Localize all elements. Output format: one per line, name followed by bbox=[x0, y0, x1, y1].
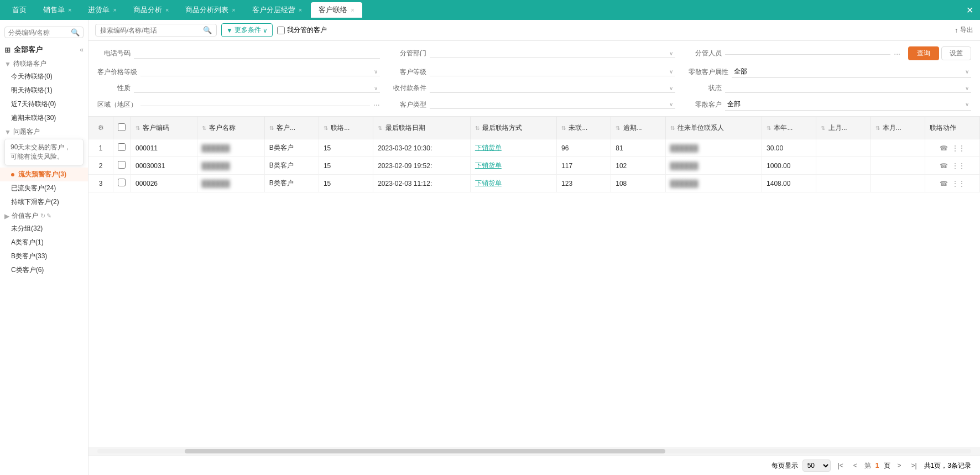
filter-manager-dots[interactable]: ··· bbox=[894, 49, 900, 58]
sort-uncontacted-icon: ⇅ bbox=[561, 125, 566, 131]
window-close-button[interactable]: ✕ bbox=[964, 3, 976, 18]
prev-page-button[interactable]: < bbox=[851, 460, 860, 471]
row-checkbox-2[interactable] bbox=[113, 175, 131, 192]
first-page-button[interactable]: |< bbox=[835, 460, 846, 471]
query-button[interactable]: 查询 bbox=[908, 46, 939, 60]
th-code[interactable]: ⇅ 客户编码 bbox=[131, 117, 197, 139]
th-current-year[interactable]: ⇅ 本年... bbox=[762, 117, 816, 139]
sidebar-item-a-class[interactable]: A类客户(1) bbox=[0, 236, 88, 249]
tab-purchase[interactable]: 进货单 × bbox=[80, 2, 124, 18]
row-checkbox-1[interactable] bbox=[113, 157, 131, 175]
filter-region-dots[interactable]: ··· bbox=[373, 100, 380, 109]
sidebar-item-c-class[interactable]: C类客户(6) bbox=[0, 263, 88, 277]
row-last-method-1[interactable]: 下销货单 bbox=[470, 157, 556, 175]
sidebar-item-churn-warning[interactable]: 流失预警客户(3) bbox=[0, 168, 88, 181]
row-person-2: ██████ bbox=[665, 175, 762, 192]
sidebar-collapse-btn[interactable]: « bbox=[80, 46, 84, 54]
sidebar-item-overdue-pending[interactable]: 逾期未联络(30) bbox=[0, 111, 88, 125]
th-last-month[interactable]: ⇅ 上月... bbox=[816, 117, 870, 139]
row-last-method-2[interactable]: 下销货单 bbox=[470, 175, 556, 192]
contact-icon-1[interactable]: ☎ bbox=[940, 162, 948, 170]
filter-phone-input[interactable] bbox=[134, 48, 380, 59]
filter-status-select[interactable]: ∨ bbox=[725, 84, 971, 93]
row-lmonth-1 bbox=[816, 157, 870, 175]
tab-sales[interactable]: 销售单 × bbox=[35, 2, 79, 18]
filter-nature-label: 性质 bbox=[97, 83, 131, 93]
tab-home[interactable]: 首页 bbox=[4, 2, 34, 18]
filter-retail-attr-select[interactable]: 全部∨ bbox=[732, 66, 971, 78]
th-overdue[interactable]: ⇅ 逾期... bbox=[611, 117, 665, 139]
th-contact-count[interactable]: ⇅ 联络... bbox=[319, 117, 373, 139]
filter-button[interactable]: ▼ 更多条件 ∨ bbox=[221, 23, 273, 37]
per-page-select[interactable]: 50 100 bbox=[802, 460, 831, 472]
filter-dept-select[interactable]: ∨ bbox=[430, 49, 676, 58]
filter-payment-select[interactable]: ∨ bbox=[430, 84, 676, 93]
my-customers-checkbox-label[interactable]: 我分管的客户 bbox=[277, 25, 327, 35]
filter-customer-type-select[interactable]: ∨ bbox=[430, 100, 676, 109]
edit-icon[interactable]: ✎ bbox=[46, 212, 51, 220]
tab-customer-segment[interactable]: 客户分层经营 × bbox=[244, 2, 310, 18]
contact-icon-2[interactable]: ☎ bbox=[940, 180, 948, 187]
sidebar-group-pending[interactable]: ▼ 待联络客户 bbox=[0, 57, 88, 70]
sidebar-item-tomorrow-pending[interactable]: 明天待联络(1) bbox=[0, 83, 88, 97]
th-last-contact-method[interactable]: ⇅ 最后联络方式 bbox=[470, 117, 556, 139]
toolbar-search-icon[interactable]: 🔍 bbox=[203, 26, 212, 34]
th-type[interactable]: ⇅ 客户... bbox=[264, 117, 319, 139]
th-uncontacted[interactable]: ⇅ 未联... bbox=[557, 117, 611, 139]
th-name[interactable]: ⇅ 客户名称 bbox=[197, 117, 264, 139]
last-page-button[interactable]: >| bbox=[909, 460, 920, 471]
sidebar-group-value[interactable]: ▶ 价值客户 ↻ ✎ bbox=[0, 209, 88, 222]
my-customers-checkbox[interactable] bbox=[277, 27, 285, 34]
row-action-2[interactable]: ☎ ⋮⋮ bbox=[925, 175, 979, 192]
sidebar-all-customers[interactable]: ⊞ 全部客户 « bbox=[0, 43, 88, 57]
tab-close-product-analysis[interactable]: × bbox=[165, 7, 169, 13]
row-action-0[interactable]: ☎ ⋮⋮ bbox=[925, 139, 979, 157]
sidebar-item-declining[interactable]: 持续下滑客户(2) bbox=[0, 195, 88, 209]
row-contact-count-0: 15 bbox=[319, 139, 373, 157]
tab-product-analysis-list[interactable]: 商品分析列表 × bbox=[178, 2, 243, 18]
row-uncontacted-0: 96 bbox=[557, 139, 611, 157]
row-last-method-0[interactable]: 下销货单 bbox=[470, 139, 556, 157]
sidebar-item-ungraded[interactable]: 未分组(32) bbox=[0, 222, 88, 236]
refresh-icon[interactable]: ↻ bbox=[40, 212, 45, 220]
more-icon-0[interactable]: ⋮⋮ bbox=[952, 144, 965, 152]
tab-customer-contact[interactable]: 客户联络 × bbox=[311, 2, 362, 18]
sidebar-group-problem[interactable]: ▼ 问题客户 bbox=[0, 125, 88, 138]
horizontal-scrollbar[interactable] bbox=[97, 449, 971, 453]
sort-name-icon: ⇅ bbox=[202, 125, 206, 131]
export-button[interactable]: ↑ 导出 bbox=[955, 25, 973, 35]
contact-icon-0[interactable]: ☎ bbox=[940, 144, 948, 152]
toolbar-search-input[interactable] bbox=[100, 27, 203, 34]
th-current-month[interactable]: ⇅ 本月... bbox=[870, 117, 925, 139]
filter-nature-select[interactable]: ∨ bbox=[134, 84, 380, 93]
th-contact-person[interactable]: ⇅ 往来单位联系人 bbox=[665, 117, 762, 139]
th-last-contact-date[interactable]: ⇅ 最后联络日期 bbox=[373, 117, 471, 139]
tab-close-purchase[interactable]: × bbox=[113, 7, 116, 13]
filter-price-level-select[interactable]: ∨ bbox=[140, 67, 380, 76]
tab-close-customer-segment[interactable]: × bbox=[299, 7, 302, 13]
next-page-button[interactable]: > bbox=[895, 460, 904, 471]
toolbar-search-box[interactable]: 🔍 bbox=[95, 24, 217, 36]
tab-close-customer-contact[interactable]: × bbox=[351, 7, 354, 13]
more-icon-2[interactable]: ⋮⋮ bbox=[952, 180, 965, 187]
tab-close-sales[interactable]: × bbox=[68, 7, 71, 13]
sidebar-item-today-pending[interactable]: 今天待联络(0) bbox=[0, 70, 88, 83]
sidebar-search-input[interactable] bbox=[8, 29, 71, 36]
filter-retail-customer-select[interactable]: 全部∨ bbox=[725, 98, 971, 111]
sidebar-search-box[interactable]: 🔍 bbox=[4, 27, 84, 38]
row-name-1: ██████ bbox=[197, 157, 264, 175]
select-all-checkbox[interactable] bbox=[118, 123, 126, 131]
tab-product-analysis[interactable]: 商品分析 × bbox=[126, 2, 176, 18]
chevron-down-icon: ∨ bbox=[263, 27, 268, 34]
row-checkbox-0[interactable] bbox=[113, 139, 131, 157]
filter-customer-level-select[interactable]: ∨ bbox=[430, 67, 676, 76]
sidebar-item-7days-pending[interactable]: 近7天待联络(0) bbox=[0, 97, 88, 111]
row-action-1[interactable]: ☎ ⋮⋮ bbox=[925, 157, 979, 175]
row-num-2: 3 bbox=[88, 175, 113, 192]
sidebar-item-b-class[interactable]: B类客户(33) bbox=[0, 249, 88, 263]
more-icon-1[interactable]: ⋮⋮ bbox=[952, 162, 965, 170]
sidebar-item-churned[interactable]: 已流失客户(24) bbox=[0, 181, 88, 195]
settings-button[interactable]: 设置 bbox=[941, 46, 971, 60]
table-settings-icon[interactable]: ⚙ bbox=[93, 120, 108, 135]
tab-close-product-analysis-list[interactable]: × bbox=[232, 7, 235, 13]
